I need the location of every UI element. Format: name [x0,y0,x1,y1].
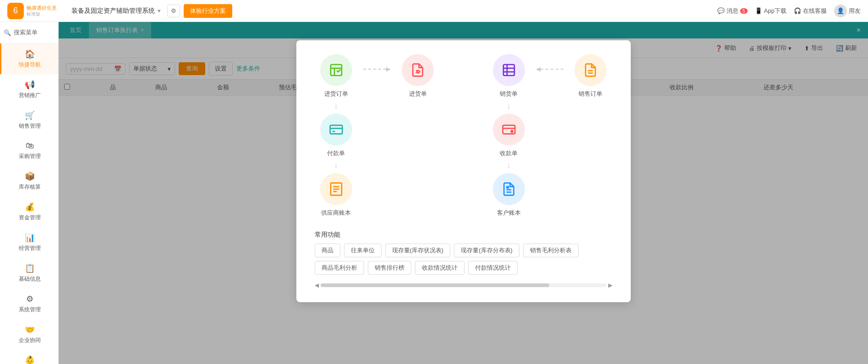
message-button[interactable]: 💬 消息 5 [717,7,748,15]
func-btn-现存量(库存分布表)[interactable]: 现存量(库存分布表) [454,244,519,257]
arrow-down-1: ↓ [334,102,338,110]
flow-node-customer-ledger[interactable]: 客户账本 [493,173,525,217]
beginner-icon: 👶 [25,355,35,364]
sidebar-item-marketing[interactable]: 📢营销推广 [0,74,58,105]
quick-nav-icon: 🏠 [25,49,35,59]
scroll-thumb [321,283,549,287]
app-name: 畅康通好生意 [27,5,57,11]
flow-node-purchase-order[interactable]: 进货订单 [320,54,352,98]
scroll-left-arrow[interactable]: ◀ [315,282,319,288]
receipt-icon [493,114,525,146]
enterprise-icon: 🤝 [25,325,35,335]
sidebar-item-operations[interactable]: 📊经营管理 [0,227,58,258]
experience-btn[interactable]: 体验行业方案 [184,4,232,18]
svg-rect-10 [503,65,514,76]
title-dropdown-arrow[interactable]: ▾ [158,7,161,14]
sidebar-item-sales[interactable]: 🛒销售管理 [0,105,58,136]
popup-overlay: 进货订单 ↓ [59,22,868,364]
flow-node-sales-order[interactable]: 销售订单 [574,54,606,98]
customer-ledger-icon [493,173,525,205]
search-menu-button[interactable]: 🔍 搜索菜单 [4,27,55,38]
marketing-icon: 📢 [25,80,35,90]
func-btn-商品[interactable]: 商品 [315,244,340,257]
common-func-title: 常用功能 [315,231,612,239]
func-btn-现存量(库存状况表)[interactable]: 现存量(库存状况表) [385,244,451,257]
arrow-down-2: ↓ [334,161,338,169]
sidebar-item-quick-nav[interactable]: 🏠快捷导航 [0,43,58,74]
func-btn-往来单位[interactable]: 往来单位 [344,244,382,257]
sidebar-item-beginner[interactable]: 👶新手引导 [0,350,58,364]
func-btn-商品毛利分析[interactable]: 商品毛利分析 [315,261,364,275]
online-service-button[interactable]: 🎧 在线客服 [794,7,827,15]
scroll-track [321,283,606,287]
sales-bill-icon [493,54,525,86]
sidebar-item-enterprise[interactable]: 🤝企业协同 [0,319,58,350]
svg-rect-14 [502,125,515,134]
message-badge: 5 [740,8,748,14]
h-arrow-2: ◀ [536,54,563,72]
func-btn-销售排行榜[interactable]: 销售排行榜 [368,261,411,275]
message-icon: 💬 [717,7,725,14]
func-btn-付款情况统计[interactable]: 付款情况统计 [468,261,518,275]
app-logo-icon: 6 [7,3,24,19]
popup-scrollbar[interactable]: ◀ ▶ [315,282,612,288]
sidebar-item-basic-info[interactable]: 📋基础信息 [0,258,58,288]
flow-node-sales-bill[interactable]: 销货单 [493,54,525,98]
sidebar-item-inventory[interactable]: 📦库存核算 [0,166,58,196]
svg-rect-3 [330,125,342,134]
arrow-down-4: ↓ [507,161,511,169]
svg-point-16 [511,130,513,132]
purchase-bill-icon [402,54,434,86]
app-download-button[interactable]: 📱 App下载 [755,7,786,15]
scroll-right-arrow[interactable]: ▶ [608,282,612,288]
sidebar-item-purchase[interactable]: 🛍采购管理 [0,136,58,166]
user-menu[interactable]: 👤 用友 [834,5,861,17]
flow-diagram: 进货订单 ↓ [315,54,612,217]
system-icon: ⚙ [26,294,33,304]
supplier-ledger-icon [320,173,352,205]
flow-node-payment[interactable]: 付款单 [320,114,352,158]
app-sub: 标准版 [27,11,57,17]
payment-icon [320,114,352,146]
func-btn-销售毛利分析表[interactable]: 销售毛利分析表 [523,244,579,257]
flow-node-supplier-ledger[interactable]: 供应商账本 [320,173,352,217]
sidebar-item-finance[interactable]: 💰资金管理 [0,196,58,227]
sales-icon: 🛒 [25,110,35,120]
search-icon: 🔍 [4,29,11,36]
user-avatar: 👤 [834,5,847,17]
quick-nav-popup: 进货订单 ↓ [296,40,631,302]
h-arrow-1: ▶ [363,54,391,72]
sales-order-icon [574,54,606,86]
settings-button[interactable]: ⚙ [167,5,180,17]
operations-icon: 📊 [25,233,35,243]
svg-point-19 [507,186,508,188]
basic-info-icon: 📋 [25,263,35,273]
service-icon: 🎧 [794,7,801,14]
system-title: 装备及固定资产辅助管理系统 [71,7,155,15]
func-buttons-group: 商品往来单位现存量(库存状况表)现存量(库存分布表)销售毛利分析表商品毛利分析销… [315,244,612,275]
purchase-order-icon [320,54,352,86]
purchase-icon: 🛍 [26,141,34,151]
inventory-icon: 📦 [25,171,35,181]
flow-node-receipt[interactable]: 收款单 [493,114,525,158]
flow-node-purchase-bill[interactable]: 进货单 [402,54,434,98]
common-functions-section: 常用功能 商品往来单位现存量(库存状况表)现存量(库存分布表)销售毛利分析表商品… [315,231,612,275]
arrow-down-3: ↓ [507,102,511,110]
download-icon: 📱 [755,7,762,14]
sidebar-item-system[interactable]: ⚙系统管理 [0,288,58,319]
sidebar-search-area[interactable]: 🔍 搜索菜单 [0,22,58,43]
finance-icon: 💰 [25,202,35,212]
func-btn-收款情况统计[interactable]: 收款情况统计 [415,261,464,275]
